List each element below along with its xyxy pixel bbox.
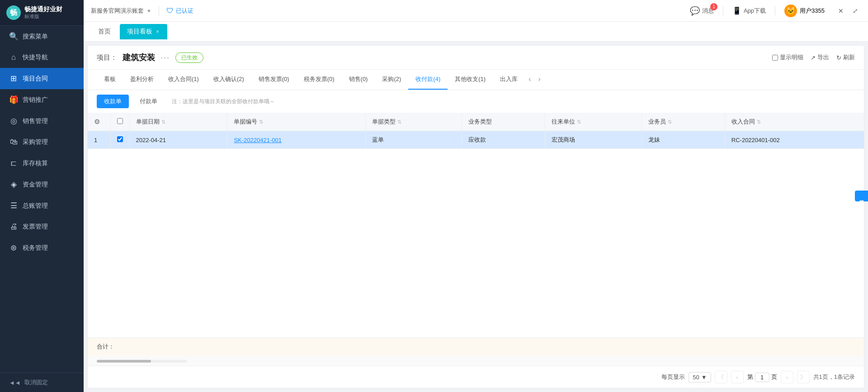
select-all-checkbox[interactable] — [117, 118, 123, 124]
sub-tab-note: 注：这里是与项目关联的全部收付款单哦～ — [172, 98, 275, 105]
tab-project-board[interactable]: 项目看板 × — [120, 24, 167, 39]
show-detail-checkbox[interactable]: 显示明细 — [772, 53, 803, 62]
nav-tab-profit[interactable]: 盈利分析 — [123, 70, 161, 90]
table-row[interactable]: 1 2022-04-21 SK-20220421-001 蓝单 应收款 宏茂商场… — [88, 131, 864, 149]
th-contract[interactable]: 收入合同 ⇅ — [725, 113, 864, 131]
td-contract: RC-20220401-002 — [725, 131, 864, 149]
nav-tab-tax-invoice[interactable]: 税务发票(0) — [297, 70, 342, 90]
nav-tab-kanban[interactable]: 看板 — [97, 70, 123, 90]
sidebar-item-label: 销售管理 — [23, 117, 48, 125]
app-download-button[interactable]: 📱 App下载 — [732, 6, 766, 15]
messages-badge: 1 — [710, 3, 717, 10]
invoice-icon: 🖨 — [9, 222, 18, 231]
refresh-button[interactable]: ↻ 刷新 — [836, 53, 855, 62]
unpin-button[interactable]: ◄◄ 取消固定 — [0, 373, 84, 392]
topbar-divider — [159, 6, 159, 15]
user-menu[interactable]: 🐱 用户3355 — [784, 5, 825, 17]
td-checkbox[interactable] — [110, 131, 129, 149]
project-more-button[interactable]: ··· — [160, 53, 170, 62]
sidebar-item-label: 快捷导航 — [23, 53, 48, 62]
sidebar-item-purchase[interactable]: 🛍 采购管理 — [0, 132, 84, 153]
maximize-button[interactable]: ⤢ — [850, 5, 861, 16]
messages-button[interactable]: 💬 消息 1 — [690, 6, 714, 16]
sub-tabs: 收款单 付款单 注：这里是与项目关联的全部收付款单哦～ — [88, 90, 864, 113]
sort-partner-icon[interactable]: ⇅ — [577, 119, 581, 125]
tab-close-icon[interactable]: × — [155, 29, 160, 35]
horizontal-scrollbar[interactable] — [97, 360, 187, 363]
nav-next-arrow[interactable]: › — [534, 72, 544, 88]
sidebar-item-invoice[interactable]: 🖨 发票管理 — [0, 216, 84, 237]
sort-salesman-icon[interactable]: ⇅ — [668, 119, 672, 125]
sub-tab-payments[interactable]: 付款单 — [132, 95, 165, 108]
sidebar-item-label: 资金管理 — [23, 181, 48, 189]
marketing-icon: 🎁 — [9, 95, 18, 105]
nav-tab-payment[interactable]: 收付款(4) — [408, 70, 448, 90]
topbar-divider3 — [775, 6, 775, 15]
refresh-label: 刷新 — [843, 53, 855, 62]
nav-tab-income-contract[interactable]: 收入合同(1) — [161, 70, 206, 90]
nav-prev-arrow[interactable]: ‹ — [525, 72, 534, 88]
tabbar: 首页 项目看板 × — [84, 22, 868, 42]
per-page-select[interactable]: 50 ▼ — [689, 372, 711, 382]
next-page-button[interactable]: › — [781, 371, 793, 383]
sidebar-item-inventory[interactable]: ⊏ 库存核算 — [0, 153, 84, 174]
nav-tab-sales-invoice[interactable]: 销售发票(0) — [251, 70, 297, 90]
pagination: 每页显示 50 ▼ 《 ‹ 第 1 页 › 》 共1页，1条记录 — [88, 366, 864, 388]
td-salesman: 龙妹 — [642, 131, 725, 149]
message-icon: 💬 — [690, 6, 700, 16]
sidebar-item-marketing[interactable]: 🎁 营销推广 — [0, 89, 84, 110]
nav-tab-purchase[interactable]: 采购(2) — [375, 70, 408, 90]
show-detail-input[interactable] — [772, 55, 778, 61]
sort-number-icon[interactable]: ⇅ — [259, 119, 263, 125]
sidebar-item-search[interactable]: 🔍 搜索菜单 — [0, 26, 84, 47]
data-table-container: ⚙ 单据日期 ⇅ 单据编号 — [88, 113, 864, 338]
sort-contract-icon[interactable]: ⇅ — [757, 119, 761, 125]
last-page-icon: 》 — [800, 373, 806, 381]
th-gear[interactable]: ⚙ — [88, 113, 110, 131]
prev-page-button[interactable]: ‹ — [731, 371, 744, 383]
scrollbar-thumb[interactable] — [97, 360, 151, 363]
user-avatar: 🐱 — [784, 5, 797, 17]
sidebar-item-tax[interactable]: ⊛ 税务管理 — [0, 237, 84, 258]
nav-tab-sales[interactable]: 销售(0) — [342, 70, 375, 90]
last-page-button[interactable]: 》 — [797, 371, 810, 383]
sidebar-logo: 畅 畅捷通好业财 标准版 — [0, 0, 84, 26]
th-partner[interactable]: 往来单位 ⇅ — [545, 113, 642, 131]
sidebar-scroll: 🔍 搜索菜单 ⌂ 快捷导航 ⊞ 项目合同 🎁 营销推广 ◎ 销售管理 🛍 采购管… — [0, 26, 84, 373]
export-icon: ↗ — [811, 54, 816, 61]
sidebar-item-quick-nav[interactable]: ⌂ 快捷导航 — [0, 47, 84, 68]
th-type[interactable]: 单据类型 ⇅ — [365, 113, 462, 131]
record-number-link[interactable]: SK-20220421-001 — [234, 137, 282, 143]
gear-icon[interactable]: ⚙ — [94, 118, 100, 125]
nav-tab-income-confirm[interactable]: 收入确认(2) — [206, 70, 251, 90]
sub-tab-receipts[interactable]: 收款单 — [97, 95, 129, 108]
topbar-actions: 💬 消息 1 📱 App下载 🐱 用户3355 — [690, 5, 825, 17]
th-date[interactable]: 单据日期 ⇅ — [129, 113, 227, 131]
sort-date-icon[interactable]: ⇅ — [161, 119, 165, 125]
export-button[interactable]: ↗ 导出 — [811, 53, 829, 62]
tab-home[interactable]: 首页 — [91, 24, 118, 39]
tab-project-board-label: 项目看板 — [127, 28, 152, 36]
feedback-button[interactable]: 意见反馈 — [855, 191, 868, 201]
search-icon: 🔍 — [9, 32, 18, 41]
workspace-selector[interactable]: 新服务官网演示账套 ▼ — [91, 7, 151, 15]
project-name: 建筑安装 — [123, 52, 155, 63]
td-number[interactable]: SK-20220421-001 — [227, 131, 366, 149]
th-number[interactable]: 单据编号 ⇅ — [227, 113, 366, 131]
row-checkbox[interactable] — [117, 136, 123, 142]
sidebar-item-project-contract[interactable]: ⊞ 项目合同 — [0, 68, 84, 89]
app-download-label: App下载 — [744, 7, 766, 15]
close-button[interactable]: ✕ — [835, 5, 846, 16]
nav-tab-other-income[interactable]: 其他收支(1) — [448, 70, 493, 90]
first-page-button[interactable]: 《 — [715, 371, 727, 383]
data-table: ⚙ 单据日期 ⇅ 单据编号 — [88, 113, 864, 149]
nav-tab-storage[interactable]: 出入库 — [493, 70, 525, 90]
td-type: 蓝单 — [365, 131, 462, 149]
current-page-input[interactable]: 1 — [755, 373, 769, 382]
sidebar-item-finance[interactable]: ◈ 资金管理 — [0, 174, 84, 195]
th-salesman[interactable]: 业务员 ⇅ — [642, 113, 725, 131]
sidebar-item-ledger[interactable]: ☰ 总账管理 — [0, 195, 84, 216]
td-date: 2022-04-21 — [129, 131, 227, 149]
sidebar-item-sales[interactable]: ◎ 销售管理 — [0, 110, 84, 132]
sort-type-icon[interactable]: ⇅ — [397, 119, 401, 125]
